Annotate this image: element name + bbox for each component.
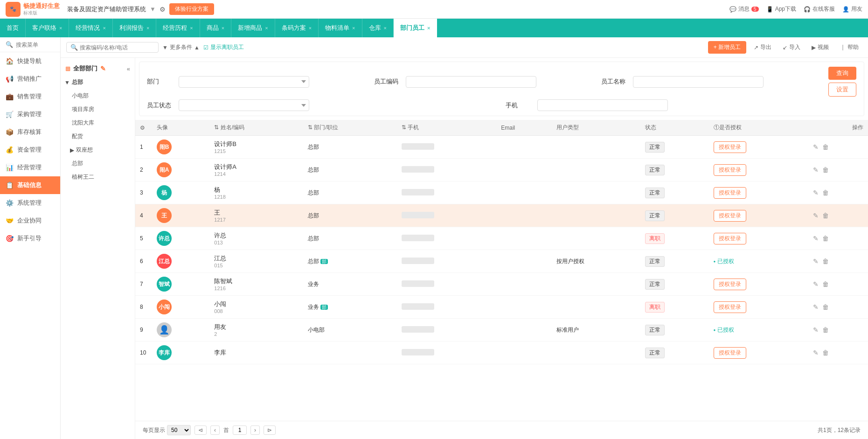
sidebar-item-快捷导航[interactable]: 🏠快捷导航 [0, 52, 60, 70]
close-tab-icon[interactable]: × [103, 25, 105, 31]
phone-input[interactable] [537, 99, 668, 111]
dept-node-植树王二[interactable]: 植树王二 [61, 170, 135, 184]
th-settings[interactable]: ⚙ [135, 120, 152, 136]
close-tab-icon[interactable]: × [309, 25, 312, 31]
edit-icon[interactable]: ✎ [813, 303, 819, 311]
view-btn[interactable]: ▶ 视频 [808, 42, 833, 53]
trial-button[interactable]: 体验行业方案 [169, 3, 214, 15]
sidebar-item-经营管理[interactable]: 📊经营管理 [0, 159, 60, 176]
edit-icon[interactable]: ✎ [813, 258, 819, 265]
sidebar-item-企业协同[interactable]: 🤝企业协同 [0, 212, 60, 230]
delete-icon[interactable]: 🗑 [822, 303, 829, 311]
emp-status-select[interactable] [179, 99, 309, 111]
auth-login-btn[interactable]: 授权登录 [714, 141, 746, 153]
nav-tab-部门员工[interactable]: 部门员工× [394, 19, 437, 37]
app-download-btn[interactable]: 📱 App下载 [766, 5, 796, 13]
nav-tab-新增商品[interactable]: 新增商品× [231, 19, 275, 37]
close-tab-icon[interactable]: × [146, 25, 149, 31]
export-btn[interactable]: ↗ 导出 [750, 42, 775, 53]
query-btn[interactable]: 查询 [828, 67, 856, 80]
nav-tab-首页[interactable]: 首页 [0, 19, 26, 37]
sidebar-item-库存核算[interactable]: 📦库存核算 [0, 123, 60, 141]
search-input[interactable] [80, 44, 154, 51]
close-tab-icon[interactable]: × [222, 25, 224, 31]
nav-tab-仓库[interactable]: 仓库× [362, 19, 394, 37]
delete-icon[interactable]: 🗑 [822, 326, 829, 334]
edit-icon[interactable]: ✎ [813, 166, 819, 174]
sidebar-item-基础信息[interactable]: 📋基础信息 [0, 176, 60, 194]
close-tab-icon[interactable]: × [384, 25, 387, 31]
delete-icon[interactable]: 🗑 [822, 235, 829, 242]
nav-tab-物料清单[interactable]: 物料清单× [319, 19, 362, 37]
nav-tab-经营历程[interactable]: 经营历程× [156, 19, 200, 37]
nav-tab-客户联络[interactable]: 客户联络× [26, 19, 69, 37]
sidebar-search-input[interactable] [16, 42, 61, 48]
edit-icon[interactable]: ✎ [813, 212, 819, 219]
dept-edit-icon[interactable]: ✎ [100, 65, 106, 72]
sidebar-item-销售管理[interactable]: 💼销售管理 [0, 88, 60, 105]
auth-login-btn[interactable]: 授权登录 [714, 279, 746, 290]
delete-icon[interactable]: 🗑 [822, 349, 829, 356]
dept-select[interactable] [179, 76, 309, 88]
dept-node-总部[interactable]: 总部 [61, 157, 135, 170]
delete-icon[interactable]: 🗑 [822, 166, 829, 174]
delete-icon[interactable]: 🗑 [822, 280, 829, 288]
dropdown-icon[interactable]: ▼ [150, 6, 156, 13]
auth-login-btn[interactable]: 授权登录 [714, 187, 746, 199]
first-page-btn[interactable]: ⊲ [194, 425, 207, 435]
user-btn[interactable]: 👤 用友 [842, 5, 862, 13]
delete-icon[interactable]: 🗑 [822, 212, 829, 219]
show-resigned-btn[interactable]: ☑ 显示离职员工 [203, 43, 244, 51]
th-dept[interactable]: ⇅ 部门/职位 [303, 120, 397, 136]
auth-login-btn[interactable]: 授权登录 [714, 347, 746, 359]
auth-login-btn[interactable]: 授权登录 [714, 233, 746, 244]
dept-node-总部[interactable]: ▼ 总部 [61, 76, 135, 89]
prev-page-btn[interactable]: ‹ [210, 425, 220, 435]
page-input[interactable] [233, 425, 247, 435]
add-employee-btn[interactable]: + 新增员工 [708, 41, 746, 54]
nav-tab-条码方案[interactable]: 条码方案× [275, 19, 319, 37]
dept-node-双座想[interactable]: ▶ 双座想 [61, 143, 135, 157]
dept-node-项目库房[interactable]: 项目库房 [61, 103, 135, 116]
close-tab-icon[interactable]: × [352, 25, 355, 31]
nav-tab-利润报告[interactable]: 利润报告× [113, 19, 156, 37]
th-phone[interactable]: ⇅ 手机 [397, 120, 496, 136]
edit-icon[interactable]: ✎ [813, 349, 819, 356]
more-filter-btn[interactable]: ▼ 更多条件 ▲ [162, 43, 200, 51]
edit-icon[interactable]: ✎ [813, 189, 819, 196]
edit-icon[interactable]: ✎ [813, 235, 819, 242]
close-tab-icon[interactable]: × [427, 25, 430, 31]
auth-login-btn[interactable]: 授权登录 [714, 210, 746, 222]
close-tab-icon[interactable]: × [59, 25, 62, 31]
delete-icon[interactable]: 🗑 [822, 189, 829, 196]
message-btn[interactable]: 💬 消息 5 [729, 5, 759, 13]
next-page-btn[interactable]: › [250, 425, 260, 435]
sidebar-item-新手引导[interactable]: 🎯新手引导 [0, 230, 60, 247]
help-btn[interactable]: ｜ 帮助 [836, 42, 862, 53]
settings-icon[interactable]: ⚙ [160, 6, 166, 13]
close-tab-icon[interactable]: × [190, 25, 193, 31]
dept-node-沈阳大库[interactable]: 沈阳大库 [61, 116, 135, 130]
search-box[interactable]: 🔍 [66, 42, 159, 53]
edit-icon[interactable]: ✎ [813, 143, 819, 151]
dept-node-小电部[interactable]: 小电部 [61, 89, 135, 103]
sidebar-item-资金管理[interactable]: 💰资金管理 [0, 141, 60, 159]
th-name[interactable]: ⇅ 姓名/编码 [209, 120, 303, 136]
emp-code-input[interactable] [406, 76, 536, 88]
dept-collapse-icon[interactable]: « [127, 65, 130, 72]
nav-tab-经营情况[interactable]: 经营情况× [69, 19, 112, 37]
dept-node-配货[interactable]: 配货 [61, 130, 135, 143]
close-tab-icon[interactable]: × [265, 25, 268, 31]
reset-btn[interactable]: 设置 [828, 83, 856, 97]
delete-icon[interactable]: 🗑 [822, 258, 829, 265]
import-btn[interactable]: ↙ 导入 [779, 42, 804, 53]
emp-name-input[interactable] [633, 76, 764, 88]
page-size-select[interactable]: 50 100 [167, 425, 191, 435]
sidebar-item-系统管理[interactable]: ⚙️系统管理 [0, 194, 60, 212]
edit-icon[interactable]: ✎ [813, 280, 819, 288]
last-page-btn[interactable]: ⊳ [264, 425, 276, 435]
sidebar-item-营销推广[interactable]: 📢营销推广 [0, 70, 60, 88]
nav-tab-商品[interactable]: 商品× [200, 19, 231, 37]
auth-login-btn[interactable]: 授权登录 [714, 164, 746, 176]
delete-icon[interactable]: 🗑 [822, 143, 829, 151]
